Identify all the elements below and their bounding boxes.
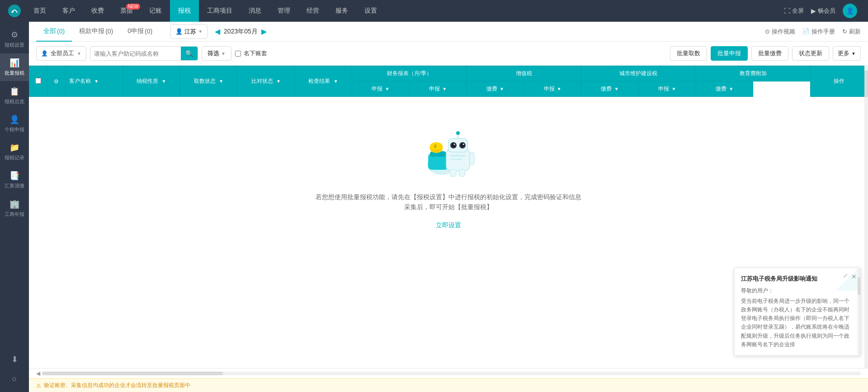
filter-icon-city-declare[interactable]: ▼ <box>557 86 561 91</box>
sidebar-item-personal-tax[interactable]: 👤 个税申报 <box>0 110 29 137</box>
operation-manual-btn[interactable]: 📄 操作手册 <box>802 28 835 36</box>
svg-rect-20 <box>470 152 474 165</box>
resize-notification-btn[interactable]: ⤢ <box>843 272 848 282</box>
more-btn[interactable]: 更多 ▼ <box>833 46 861 61</box>
filter-icon-fetch[interactable]: ▼ <box>219 79 223 84</box>
col-settings-header: ⚙ <box>47 66 66 97</box>
operation-video-btn[interactable]: ⊙ 操作视频 <box>765 28 795 36</box>
panel-scrollbar[interactable] <box>858 268 860 355</box>
member-btn[interactable]: ▶ 畅会员 <box>811 7 835 15</box>
logo[interactable] <box>4 0 25 22</box>
nav-item-operation[interactable]: 经营 <box>298 0 327 22</box>
search-input[interactable] <box>90 47 181 60</box>
col-edu-pay: 缴费 ▼ <box>696 81 753 97</box>
col-tax-nature-header: 纳税性质 ▼ <box>123 66 180 97</box>
avatar[interactable]: 👤 <box>843 4 857 18</box>
scrollbar-thumb[interactable] <box>42 372 223 375</box>
chevron-down-icon: ▼ <box>198 29 203 34</box>
svg-text:¥: ¥ <box>434 144 437 149</box>
col-vat-pay: 缴费 ▼ <box>467 81 524 97</box>
table-scrollbar-vertical[interactable] <box>864 66 868 368</box>
nav-item-service[interactable]: 服务 <box>327 0 356 22</box>
col-financial-report-header: 财务报表（月/季） <box>352 66 467 81</box>
batch-fetch-btn[interactable]: 批量取数 <box>670 46 707 61</box>
prev-month-btn[interactable]: ◀ <box>215 27 220 36</box>
status-bar: ⚠ 验证账密、采集信息均成功的企业才会流转至批量报税页面中 <box>29 378 868 392</box>
col-edu-declare: 申报 ▼ <box>638 81 696 97</box>
status-update-btn[interactable]: 状态更新 <box>792 46 829 61</box>
nav-item-manage[interactable]: 管理 <box>269 0 298 22</box>
nav-item-tax[interactable]: 报税 <box>170 0 199 22</box>
filter-icon-customer[interactable]: ▼ <box>94 79 99 84</box>
nav-item-message[interactable]: 消息 <box>241 0 269 22</box>
sidebar-item-tax-overview[interactable]: 📋 报税总览 <box>0 82 29 109</box>
filter-icon-nature[interactable]: ▼ <box>161 79 166 84</box>
employee-select[interactable]: 👤 全部员工 ▼ <box>36 46 86 61</box>
filter-icon-vat-pay[interactable]: ▼ <box>500 86 504 91</box>
download-icon: ⬇ <box>11 354 18 364</box>
nav-right: ⛶ 全屏 ▶ 畅会员 👤 <box>784 4 864 18</box>
settings-icon: ⚙ <box>54 78 59 85</box>
sidebar-item-download[interactable]: ⬇ <box>0 350 29 369</box>
sidebar-item-annual-settle[interactable]: 📑 汇算清缴 <box>0 166 29 193</box>
col-edu-fee-header: 教育费附加 <box>696 66 811 81</box>
col-fetch-status-header: 取数状态 ▼ <box>180 66 237 97</box>
svg-point-17 <box>463 144 464 145</box>
col-operation-header: 操作 <box>811 66 868 97</box>
nav-item-business[interactable]: 工商项目 <box>199 0 241 22</box>
batch-tax-icon: 📊 <box>9 58 19 68</box>
notification-content: 受当前电子税务局进一步升级的影响，同一个政务网账号（办税人）名下的企业不能再同时… <box>741 297 854 349</box>
nav-item-home[interactable]: 首页 <box>25 0 54 22</box>
robot-illustration: ¥ <box>419 124 478 183</box>
tab-all[interactable]: 全部 (0) <box>36 22 72 42</box>
panel-scrollbar-thumb[interactable] <box>858 277 860 295</box>
filter-icon-city-pay[interactable]: ▼ <box>614 86 619 91</box>
bottom-scrollbar-container: ◀ <box>29 368 868 378</box>
col-city-declare: 申报 ▼ <box>524 81 581 97</box>
batch-declare-btn[interactable]: 批量申报 <box>711 46 748 61</box>
sidebar-item-tax-settings[interactable]: ⚙ 报税设置 <box>0 25 29 53</box>
tab-tax-declare[interactable]: 税款申报 (0) <box>72 22 120 42</box>
filter-button[interactable]: 筛选 ▼ <box>202 46 231 61</box>
svg-rect-21 <box>450 169 456 177</box>
province-selector[interactable]: 👤 江苏 ▼ <box>170 24 208 39</box>
close-notification-btn[interactable]: ✕ <box>851 272 857 282</box>
scroll-left-arrow[interactable]: ◀ <box>36 370 40 377</box>
video-icon: ⊙ <box>765 28 770 35</box>
filter-icon-compare[interactable]: ▼ <box>276 79 281 84</box>
checkbox-label[interactable]: 名下账套 <box>235 49 267 57</box>
col-vat-declare: 申报 ▼ <box>409 81 467 97</box>
filter-icon-edu-declare[interactable]: ▼ <box>671 86 676 91</box>
nav-item-customer[interactable]: 客户 <box>54 0 83 22</box>
refresh-btn[interactable]: ↻ 刷新 <box>842 28 861 36</box>
nav-item-invoice[interactable]: 票据 NEW <box>112 0 141 22</box>
nav-item-billing[interactable]: 收费 <box>83 0 112 22</box>
svg-point-0 <box>8 5 21 17</box>
more-icon: ▼ <box>851 51 856 56</box>
filter-icon-edu-pay[interactable]: ▼ <box>729 86 733 91</box>
warning-icon: ⚠ <box>36 382 41 389</box>
col-compare-status-header: 比对状态 ▼ <box>237 66 295 97</box>
nav-item-settings[interactable]: 设置 <box>356 0 385 22</box>
scrollbar-track[interactable] <box>42 372 861 375</box>
sidebar-item-user[interactable]: ○ <box>0 370 29 388</box>
batch-pay-btn[interactable]: 批量缴费 <box>751 46 788 61</box>
account-checkbox[interactable] <box>235 51 241 57</box>
filter-icon-check[interactable]: ▼ <box>334 79 338 84</box>
sidebar-item-tax-record[interactable]: 📁 报税记录 <box>0 138 29 165</box>
search-button[interactable]: 🔍 <box>181 46 198 61</box>
nav-item-bookkeeping[interactable]: 记账 <box>141 0 170 22</box>
next-month-btn[interactable]: ▶ <box>261 27 267 36</box>
tabs-bar: 全部 (0) 税款申报 (0) 0申报 (0) 👤 江苏 ▼ ◀ 2023年05… <box>29 22 868 42</box>
table-scrollbar-thumb-v[interactable] <box>864 70 868 97</box>
sidebar: ⚙ 报税设置 📊 批量报税 📋 报税总览 👤 个税申报 📁 报税记录 📑 汇算清… <box>0 22 29 392</box>
fullscreen-btn[interactable]: ⛶ 全屏 <box>784 7 804 15</box>
sidebar-item-business-annual[interactable]: 🏢 工商年报 <box>0 195 29 222</box>
sidebar-item-batch-tax[interactable]: 📊 批量报税 <box>0 53 29 81</box>
setup-link[interactable]: 立即设置 <box>436 221 461 229</box>
filter-icon-vat-declare[interactable]: ▼ <box>442 86 447 91</box>
filter-icon-fin-declare[interactable]: ▼ <box>385 86 390 91</box>
refresh-icon: ↻ <box>842 28 847 35</box>
tab-zero-declare[interactable]: 0申报 (0) <box>120 22 160 42</box>
select-all-checkbox[interactable] <box>35 78 41 84</box>
